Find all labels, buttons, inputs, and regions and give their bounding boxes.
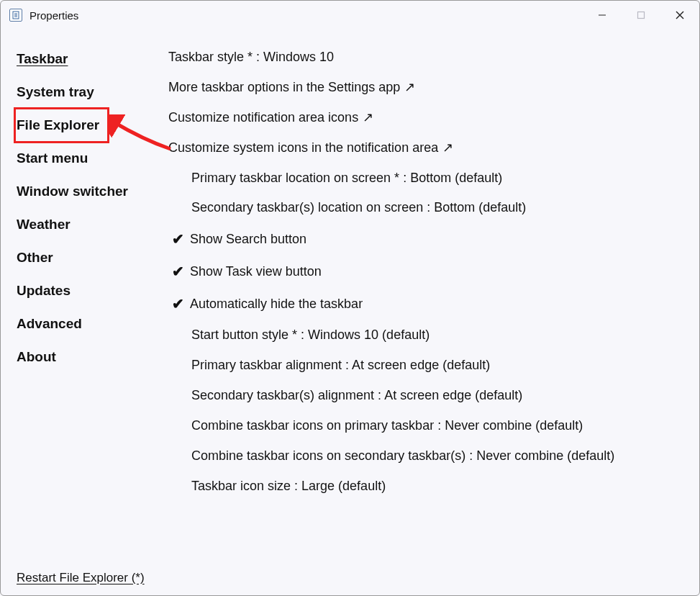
setting-primary-alignment[interactable]: Primary taskbar alignment : At screen ed… [168,351,692,381]
settings-panel: Taskbar style * : Windows 10More taskbar… [155,30,699,561]
minimize-button[interactable] [583,1,622,30]
restart-file-explorer-link[interactable]: Restart File Explorer (*) [17,571,145,585]
setting-secondary-alignment[interactable]: Secondary taskbar(s) alignment : At scre… [168,381,692,411]
setting-icon-size[interactable]: Taskbar icon size : Large (default) [168,471,692,502]
sidebar-item-updates[interactable]: Updates [15,274,101,307]
sidebar-item-weather[interactable]: Weather [15,208,101,241]
setting-start-button-style[interactable]: Start button style * : Windows 10 (defau… [168,320,692,351]
sidebar: TaskbarSystem trayFile ExplorerStart men… [1,30,155,561]
checkmark-icon: ✔ [168,293,187,315]
setting-label: Customize notification area icons [168,108,358,128]
close-button[interactable] [660,1,699,30]
setting-label: Show Search button [190,230,306,250]
external-link-icon: ↗ [363,108,373,128]
setting-taskbar-style[interactable]: Taskbar style * : Windows 10 [168,42,692,73]
setting-customize-notification-icons[interactable]: Customize notification area icons↗ [168,103,692,133]
setting-more-taskbar-options[interactable]: More taskbar options in the Settings app… [168,73,692,103]
sidebar-item-taskbar[interactable]: Taskbar [15,42,101,76]
setting-label: Automatically hide the taskbar [190,294,363,315]
sidebar-item-window-switcher[interactable]: Window switcher [15,175,132,208]
setting-label: Show Task view button [190,262,322,282]
setting-label: Secondary taskbar(s) alignment : At scre… [191,386,522,406]
checkmark-icon: ✔ [168,228,187,250]
setting-primary-location[interactable]: Primary taskbar location on screen * : B… [168,163,692,194]
setting-label: Combine taskbar icons on secondary taskb… [191,446,614,466]
setting-label: Taskbar style * : Windows 10 [168,48,334,68]
setting-label: More taskbar options in the Settings app [168,78,400,98]
sidebar-item-other[interactable]: Other [15,241,101,274]
checkmark-icon: ✔ [168,261,187,283]
setting-show-search[interactable]: ✔Show Search button [168,223,692,256]
setting-label: Primary taskbar location on screen * : B… [191,168,502,189]
setting-secondary-location[interactable]: Secondary taskbar(s) location on screen … [168,193,692,223]
sidebar-item-advanced[interactable]: Advanced [15,307,101,340]
setting-combine-secondary[interactable]: Combine taskbar icons on secondary taskb… [168,441,692,471]
setting-show-task-view[interactable]: ✔Show Task view button [168,256,692,288]
titlebar: Properties [1,1,699,30]
setting-combine-primary[interactable]: Combine taskbar icons on primary taskbar… [168,411,692,441]
sidebar-item-file-explorer[interactable]: File Explorer [15,109,108,142]
footer: Restart File Explorer (*) [1,561,699,595]
svg-rect-5 [638,12,645,19]
setting-label: Customize system icons in the notificati… [168,138,438,158]
sidebar-item-about[interactable]: About [15,340,101,374]
sidebar-item-system-tray[interactable]: System tray [15,76,101,109]
external-link-icon: ↗ [404,78,415,98]
setting-label: Primary taskbar alignment : At screen ed… [191,356,490,376]
setting-label: Taskbar icon size : Large (default) [191,477,386,497]
setting-label: Secondary taskbar(s) location on screen … [191,198,526,218]
setting-customize-system-icons[interactable]: Customize system icons in the notificati… [168,133,692,163]
external-link-icon: ↗ [442,138,453,158]
setting-auto-hide[interactable]: ✔Automatically hide the taskbar [168,288,692,320]
maximize-button[interactable] [622,1,660,30]
setting-label: Combine taskbar icons on primary taskbar… [191,416,583,436]
app-icon [9,9,22,22]
window-title: Properties [29,9,78,22]
sidebar-item-start-menu[interactable]: Start menu [15,142,101,175]
setting-label: Start button style * : Windows 10 (defau… [191,325,429,346]
